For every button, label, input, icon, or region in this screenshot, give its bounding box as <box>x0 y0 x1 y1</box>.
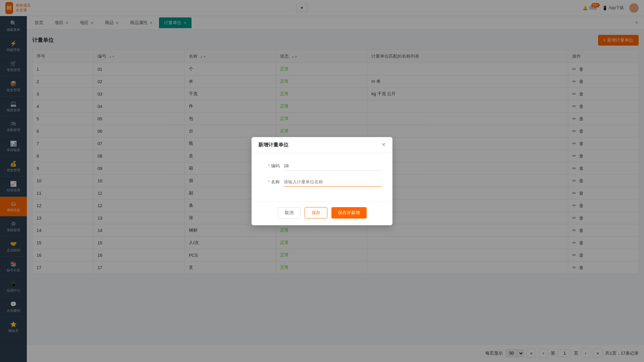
modal-header: 新增计量单位 ✕ <box>252 137 392 153</box>
modal-footer: 取消 保存 保存并新增 <box>252 201 392 225</box>
modal-close-button[interactable]: ✕ <box>381 142 386 147</box>
modal-body: 编码 名称 <box>252 153 392 201</box>
code-input[interactable] <box>284 161 382 171</box>
name-input[interactable] <box>284 177 382 187</box>
code-label: 编码 <box>262 163 280 169</box>
modal-overlay: 新增计量单位 ✕ 编码 名称 取消 保存 保存并新增 <box>0 0 644 362</box>
save-and-new-button[interactable]: 保存并新增 <box>331 207 367 219</box>
save-button[interactable]: 保存 <box>305 207 327 219</box>
modal: 新增计量单位 ✕ 编码 名称 取消 保存 保存并新增 <box>252 137 392 225</box>
form-row-code: 编码 <box>262 161 382 171</box>
modal-title: 新增计量单位 <box>258 142 288 148</box>
name-label: 名称 <box>262 179 280 185</box>
form-row-name: 名称 <box>262 177 382 187</box>
cancel-button[interactable]: 取消 <box>278 207 301 219</box>
